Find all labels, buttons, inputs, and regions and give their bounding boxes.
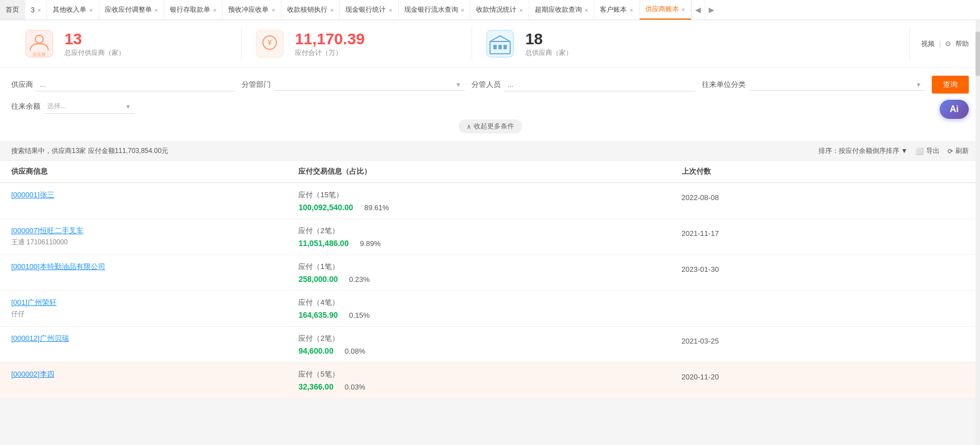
supplier-filter-input[interactable] [36,78,235,91]
scrollbar[interactable] [976,20,980,398]
payable-amount-icon: ¥ [253,27,286,61]
stat-total-payable-amount: ¥ 11,170.39 应付合计（万） [242,27,472,61]
stats-bar: 供应商 13 总应付供应商（家） ¥ 11,170.39 应付合计（万） [0,20,980,68]
supplier-cell: [000007]恒旺二手叉车 王通 17106110000 [11,226,298,247]
nav-customer-ledger[interactable]: 客户账本 × [594,0,639,20]
collapse-label: 收起更多条件 [474,122,514,131]
nav-prepay[interactable]: 预收冲应收单 × [223,0,281,20]
help-link[interactable]: 帮助 [955,39,969,49]
last-payment-date: 2022-08-08 [682,193,969,202]
close-icon[interactable]: × [38,7,41,13]
last-payment-date: 2021-03-25 [682,337,969,345]
header-transaction: 应付交易信息（占比） [298,166,681,177]
video-link[interactable]: 视频 [921,39,935,49]
stat-number-suppliers: 13 [64,30,125,49]
nav-next-arrow[interactable]: ▶ [705,0,718,20]
supplier-cell: [000001]张三 [11,190,298,200]
person-filter-input[interactable] [504,78,695,91]
export-button[interactable]: ⬜ 导出 [916,146,940,156]
tx-amount: 164,635.90 [298,310,338,319]
supplier-sub-info: 仔仔 [11,309,298,319]
collapse-button[interactable]: ∧ 收起更多条件 [459,119,522,133]
transaction-cell: 应付（2笔） 94,600.00 0.08% [298,333,681,355]
query-button[interactable]: 查询 [932,76,969,94]
nav-bank-deposit[interactable]: 银行存取款单 × [164,0,223,20]
close-icon[interactable]: × [89,7,93,13]
nav-prev-arrow[interactable]: ◀ [691,0,705,20]
stat-number-amount: 11,170.39 [295,30,365,49]
tx-pct: 0.08% [345,347,366,355]
tx-pct: 9.89% [360,239,381,248]
result-bar: 搜索结果中，供应商13家 应付金额111,703,854.00元 排序：按应付余… [0,142,980,161]
chevron-down-icon: ▼ [916,81,922,88]
chevron-down-icon: ▼ [455,81,461,88]
last-payment-cell: 2021-03-25 [682,333,969,345]
supplier-link[interactable]: [000002]李四 [11,369,298,379]
header-last-payment: 上次付数 [682,166,969,177]
close-icon[interactable]: × [585,7,588,13]
scrollbar-thumb[interactable] [976,31,980,76]
tx-label: 应付（5笔） [298,369,681,379]
tx-pct: 89.61% [364,203,389,212]
nav-cash-flow[interactable]: 现金银行流水查询 × [399,0,470,20]
table-row: [000007]恒旺二手叉车 王通 17106110000 应付（2笔） 11,… [0,219,980,255]
refresh-button[interactable]: ⟳ 刷新 [947,146,969,156]
supplier-cell: [000012]广州贝瑞 [11,333,298,344]
tx-label: 应付（2笔） [298,333,681,344]
nav-ap-adjust[interactable]: 应收应付调整单 × [99,0,164,20]
category-filter-select[interactable]: ▼ [749,79,926,91]
last-payment-date: 2020-11-20 [682,373,969,381]
nav-supplier-ledger[interactable]: 供应商账本 × [640,0,691,20]
nav-cash-flow-label: 现金银行流水查询 [404,5,458,15]
header-supplier: 供应商信息 [11,166,298,177]
collapse-icon: ∧ [466,123,471,131]
nav-overdue[interactable]: 超期应收款查询 × [529,0,594,20]
stat-label-suppliers: 总应付供应商（家） [64,48,125,58]
collapse-section: ∧ 收起更多条件 [11,119,969,133]
transaction-cell: 应付（5笔） 32,366.00 0.03% [298,369,681,391]
dept-filter-select[interactable]: ▼ [274,79,465,91]
tx-amount: 94,600.00 [298,346,333,355]
close-icon[interactable]: × [213,7,216,13]
close-icon[interactable]: × [519,7,523,13]
stat-number-total: 18 [525,30,572,49]
close-icon[interactable]: × [271,7,275,13]
nav-cash-bank-stat[interactable]: 现金银行统计 × [340,0,398,20]
supplier-link[interactable]: [000100]本特勤油品有限公司 [11,262,298,272]
nav-collection[interactable]: 收款核销执行 × [281,0,340,20]
close-icon[interactable]: × [330,7,334,13]
close-icon[interactable]: × [682,6,685,13]
top-right-links: 视频 | ⊙ 帮助 [921,39,969,49]
dept-filter-label: 分管部门 [242,80,271,90]
nav-overdue-label: 超期应收款查询 [535,5,582,15]
supplier-cell: [000002]李四 [11,369,298,379]
last-payment-cell: 2021-11-17 [682,226,969,238]
close-icon[interactable]: × [389,7,392,13]
chevron-down-icon: ▼ [125,103,131,110]
tx-label: 应付（4笔） [298,298,681,308]
nav-customer-ledger-label: 客户账本 [600,5,627,15]
table-body: [000001]张三 应付（15笔） 100,092,540.00 89.61%… [0,183,980,398]
supplier-link[interactable]: [000001]张三 [11,190,298,200]
stat-content-suppliers: 13 总应付供应商（家） [64,30,125,58]
tx-amount: 32,366.00 [298,382,333,391]
stat-content-amount: 11,170.39 应付合计（万） [295,30,365,58]
close-icon[interactable]: × [155,7,158,13]
last-payment-cell: 2020-11-20 [682,369,969,381]
nav-tab-3[interactable]: 3 × [25,0,47,20]
nav-other-income[interactable]: 其他收入单 × [47,0,99,20]
last-payment-date: 2021-11-17 [682,229,969,238]
ai-button[interactable]: Ai [940,100,969,119]
nav-collection-stat[interactable]: 收款情况统计 × [470,0,529,20]
supplier-link[interactable]: [000007]恒旺二手叉车 [11,226,298,236]
svg-text:¥: ¥ [268,39,272,47]
person-filter-label: 分管人员 [471,80,501,90]
supplier-link[interactable]: [000012]广州贝瑞 [11,333,298,344]
supplier-link[interactable]: [001]广州荣轩 [11,298,298,308]
nav-home[interactable]: 首页 [0,0,25,20]
close-icon[interactable]: × [630,7,633,13]
tx-pct: 0.23% [349,275,369,284]
balance-filter-select[interactable]: 选择... ▼ [44,99,135,114]
refresh-icon: ⟳ [947,147,953,155]
close-icon[interactable]: × [461,7,464,13]
